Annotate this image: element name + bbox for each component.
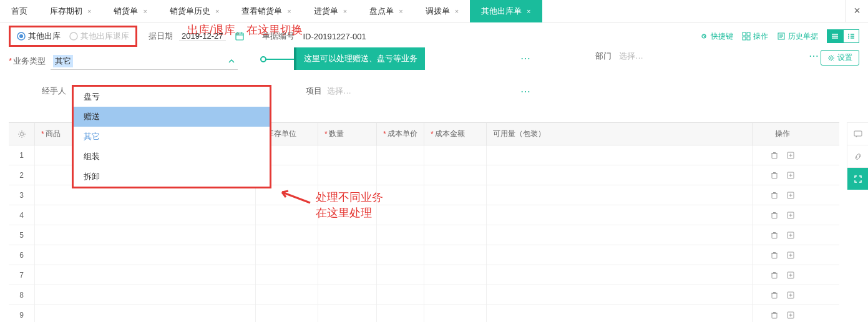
add-icon[interactable] [786,251,795,260]
cell-product[interactable] [35,245,256,265]
table-row[interactable]: 4 [9,205,839,225]
table-row[interactable]: 6 [9,245,839,265]
cell-amount[interactable] [424,245,487,265]
tab-stocktake[interactable]: 盘点单× [358,0,414,22]
side-expand-button[interactable] [847,167,868,190]
delete-icon[interactable] [770,311,779,320]
list-view-button[interactable] [827,29,843,43]
cell-product[interactable] [35,285,256,305]
radio-other-outbound[interactable]: 其他出库 [17,31,61,42]
cell-price[interactable] [377,265,424,285]
cell-qty[interactable] [318,165,377,185]
close-icon[interactable]: × [87,7,91,15]
cell-product[interactable] [35,305,256,322]
add-icon[interactable] [786,211,795,220]
cell-unit[interactable] [256,225,318,245]
side-message-button[interactable] [847,122,868,145]
table-row[interactable]: 9 [9,305,839,322]
delete-icon[interactable] [770,251,779,260]
delete-icon[interactable] [770,271,779,280]
delete-icon[interactable] [770,231,779,240]
add-icon[interactable] [786,291,795,300]
dropdown-item-assemble[interactable]: 组装 [74,147,270,167]
dropdown-item-disassemble[interactable]: 拆卸 [74,167,270,187]
cell-unit[interactable] [256,205,318,225]
tab-sales-history[interactable]: 销货单历史× [158,0,230,22]
close-icon[interactable]: × [215,7,219,15]
cell-unit[interactable] [256,245,318,265]
tab-purchase[interactable]: 进货单× [303,0,358,22]
add-icon[interactable] [786,191,795,200]
cell-amount[interactable] [424,205,487,225]
delete-icon[interactable] [770,151,779,160]
cell-product[interactable] [35,205,256,225]
tab-transfer[interactable]: 调拨单× [414,0,470,22]
close-icon[interactable]: × [527,7,530,15]
cell-qty[interactable] [318,145,377,165]
detail-view-button[interactable] [843,29,859,43]
biz-type-select[interactable]: 其它 [51,52,238,70]
add-icon[interactable] [786,311,795,320]
cell-product[interactable] [35,225,256,245]
cell-amount[interactable] [424,145,487,165]
cell-price[interactable] [377,245,424,265]
more-icon[interactable]: ⋯ [520,85,530,97]
add-icon[interactable] [786,231,795,240]
delete-icon[interactable] [770,171,779,180]
add-icon[interactable] [786,171,795,180]
radio-other-outbound-return[interactable]: 其他出库退库 [69,31,129,42]
cell-amount[interactable] [424,265,487,285]
close-icon[interactable]: × [143,7,147,15]
calendar-icon[interactable] [235,31,245,41]
cell-qty[interactable] [318,285,377,305]
cell-qty[interactable] [318,205,377,225]
close-all-button[interactable]: × [846,0,868,22]
tab-inventory-init[interactable]: 库存期初× [39,0,102,22]
tab-other-outbound[interactable]: 其他出库单× [470,0,542,22]
close-icon[interactable]: × [399,7,402,15]
cell-amount[interactable] [424,225,487,245]
delete-icon[interactable] [770,191,779,200]
cell-price[interactable] [377,165,424,185]
cell-qty[interactable] [318,265,377,285]
delete-icon[interactable] [770,211,779,220]
add-icon[interactable] [786,151,795,160]
project-select[interactable]: 选择… [327,85,402,97]
tab-sales-order[interactable]: 销货单× [102,0,158,22]
cell-qty[interactable] [318,225,377,245]
side-link-button[interactable] [847,145,868,167]
shortcut-button[interactable]: 快捷键 [700,31,733,42]
date-input[interactable]: 2019-12-27 [179,31,226,41]
operate-button[interactable]: 操作 [742,31,768,42]
table-row[interactable]: 5 [9,225,839,245]
dropdown-item-loss[interactable]: 盘亏 [74,87,270,107]
cell-amount[interactable] [424,185,487,205]
dropdown-item-gift[interactable]: 赠送 [74,107,270,127]
more-icon[interactable]: ⋯ [809,50,819,62]
delete-icon[interactable] [770,291,779,300]
cell-price[interactable] [377,145,424,165]
tab-home[interactable]: 首页 [0,0,39,22]
dept-select[interactable]: 选择… [617,51,691,62]
settings-button[interactable]: 设置 [821,50,859,66]
add-icon[interactable] [786,271,795,280]
close-icon[interactable]: × [287,7,291,15]
cell-price[interactable] [377,185,424,205]
cell-qty[interactable] [318,185,377,205]
more-icon[interactable]: ⋯ [520,52,530,64]
gear-header[interactable] [9,123,35,145]
cell-price[interactable] [377,225,424,245]
cell-price[interactable] [377,285,424,305]
close-icon[interactable]: × [343,7,347,15]
history-button[interactable]: 历史单据 [777,31,818,42]
table-row[interactable]: 8 [9,285,839,305]
cell-unit[interactable] [256,285,318,305]
cell-amount[interactable] [424,165,487,185]
table-row[interactable]: 7 [9,265,839,285]
cell-qty[interactable] [318,305,377,322]
tab-view-sales[interactable]: 查看销货单× [230,0,302,22]
dropdown-item-other[interactable]: 其它 [74,127,270,147]
cell-unit[interactable] [256,305,318,322]
cell-amount[interactable] [424,305,487,322]
cell-qty[interactable] [318,245,377,265]
